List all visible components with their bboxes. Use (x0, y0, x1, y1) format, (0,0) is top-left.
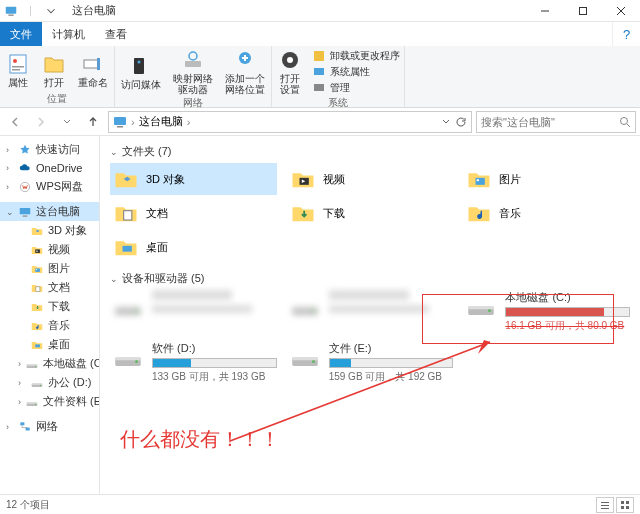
sidebar-item[interactable]: ›办公 (D:) (0, 373, 99, 392)
svg-rect-42 (32, 383, 43, 384)
tab-computer[interactable]: 计算机 (42, 22, 95, 46)
folder-label: 下载 (323, 206, 345, 221)
sidebar-item[interactable]: 3D 对象 (0, 221, 99, 240)
svg-rect-59 (292, 306, 318, 309)
sys-prop-icon (312, 65, 326, 79)
svg-point-60 (312, 309, 315, 312)
uninstall-button[interactable]: 卸载或更改程序 (312, 49, 400, 63)
svg-point-14 (138, 60, 141, 63)
nav-forward-button[interactable] (30, 111, 52, 133)
drive-icon (30, 376, 44, 390)
svg-rect-34 (35, 268, 40, 272)
address-bar[interactable]: › 这台电脑 › (108, 111, 472, 133)
add-network-button[interactable]: 添加一个 网络位置 (219, 46, 271, 97)
svg-rect-1 (8, 14, 13, 15)
svg-rect-12 (97, 58, 100, 70)
folder-label: 文档 (146, 206, 168, 221)
qat-dropdown-icon[interactable] (44, 4, 58, 18)
drive-item[interactable] (110, 290, 277, 333)
folder-item[interactable]: 下载 (287, 197, 454, 229)
section-drives-header[interactable]: ⌄ 设备和驱动器 (5) (110, 271, 630, 286)
sidebar-item[interactable]: 音乐 (0, 316, 99, 335)
folder-label: 桌面 (146, 240, 168, 255)
manage-button[interactable]: 管理 (312, 81, 400, 95)
close-button[interactable] (602, 0, 640, 22)
sidebar-item[interactable]: ⌄这台电脑 (0, 202, 99, 221)
network-icon (18, 420, 32, 434)
drive-usage-bar (152, 358, 277, 368)
sidebar-item[interactable]: 桌面 (0, 335, 99, 354)
folder-doc-icon (112, 199, 140, 227)
svg-rect-0 (6, 6, 17, 13)
system-properties-button[interactable]: 系统属性 (312, 65, 400, 79)
svg-rect-31 (23, 215, 28, 216)
nav-back-button[interactable] (4, 111, 26, 133)
sidebar-item[interactable]: ›OneDrive (0, 159, 99, 177)
tab-file[interactable]: 文件 (0, 22, 42, 46)
folder-item[interactable]: 视频 (287, 163, 454, 195)
svg-rect-13 (134, 58, 144, 74)
drive-item[interactable]: 软件 (D:)133 GB 可用，共 193 GB (110, 341, 277, 384)
view-icons-button[interactable] (616, 497, 634, 513)
minimize-button[interactable] (526, 0, 564, 22)
view-details-button[interactable] (596, 497, 614, 513)
folder-3d-icon (112, 165, 140, 193)
rename-button[interactable]: 重命名 (72, 46, 114, 93)
sidebar-item[interactable]: ›网络 (0, 417, 99, 436)
sidebar-item-label: 网络 (36, 419, 58, 434)
drive-usage-bar (505, 307, 630, 317)
maximize-button[interactable] (564, 0, 602, 22)
search-box[interactable] (476, 111, 636, 133)
sidebar-item[interactable]: ›WPS网盘 (0, 177, 99, 196)
svg-rect-51 (476, 178, 485, 185)
tab-view[interactable]: 查看 (95, 22, 137, 46)
folder-item[interactable]: 图片 (463, 163, 630, 195)
folder-video-icon (289, 165, 317, 193)
folder-label: 视频 (323, 172, 345, 187)
svg-rect-77 (621, 506, 624, 509)
folder-item[interactable]: 3D 对象 (110, 163, 277, 195)
sidebar-item[interactable]: 文档 (0, 278, 99, 297)
open-button[interactable]: 打开 (36, 46, 72, 93)
section-folders-header[interactable]: ⌄ 文件夹 (7) (110, 144, 630, 159)
sidebar-item[interactable]: ›本地磁盘 (C:) (0, 354, 99, 373)
svg-point-21 (287, 57, 293, 63)
folder-desktop-icon (112, 233, 140, 261)
folder-item[interactable]: 音乐 (463, 197, 630, 229)
access-media-button[interactable]: 访问媒体 (115, 46, 167, 97)
refresh-icon[interactable] (455, 116, 467, 128)
nav-up-button[interactable] (82, 111, 104, 133)
star-icon (18, 143, 32, 157)
folder-item[interactable]: 文档 (110, 197, 277, 229)
main-area: ›快速访问›OneDrive›WPS网盘⌄这台电脑3D 对象视频图片文档下载音乐… (0, 136, 640, 494)
nav-history-button[interactable] (56, 111, 78, 133)
status-text: 12 个项目 (6, 498, 50, 512)
svg-rect-53 (124, 211, 132, 220)
folder-item[interactable]: 桌面 (110, 231, 277, 263)
sidebar-item[interactable]: 下载 (0, 297, 99, 316)
properties-button[interactable]: 属性 (0, 46, 36, 93)
sidebar-item[interactable]: 图片 (0, 259, 99, 278)
sidebar-item-label: 快速访问 (36, 142, 80, 157)
sidebar: ›快速访问›OneDrive›WPS网盘⌄这台电脑3D 对象视频图片文档下载音乐… (0, 136, 100, 494)
address-dropdown-icon[interactable] (441, 116, 451, 128)
svg-rect-30 (20, 207, 31, 213)
open-settings-button[interactable]: 打开 设置 (272, 46, 308, 97)
sidebar-item-label: 办公 (D:) (48, 375, 91, 390)
drive-item[interactable] (287, 290, 454, 333)
drive-item[interactable]: 文件 (E:)159 GB 可用，共 192 GB (287, 341, 454, 384)
sidebar-item-label: 视频 (48, 242, 70, 257)
folder-doc-icon (30, 281, 44, 295)
map-drive-button[interactable]: 映射网络 驱动器 (167, 46, 219, 97)
drive-item[interactable]: 本地磁盘 (C:)16.1 GB 可用，共 80.0 GB (463, 290, 630, 333)
sidebar-item[interactable]: ›文件资料 (E:) (0, 392, 99, 411)
search-input[interactable] (481, 116, 619, 128)
svg-rect-75 (621, 501, 624, 504)
chevron-icon: › (6, 182, 14, 192)
drive-label: 文件 (E:) (329, 341, 454, 356)
breadcrumb[interactable]: 这台电脑 (139, 114, 183, 129)
ribbon-help-button[interactable]: ? (612, 22, 640, 46)
sidebar-item[interactable]: 视频 (0, 240, 99, 259)
sidebar-item[interactable]: ›快速访问 (0, 140, 99, 159)
qat-separator-icon (24, 4, 38, 18)
